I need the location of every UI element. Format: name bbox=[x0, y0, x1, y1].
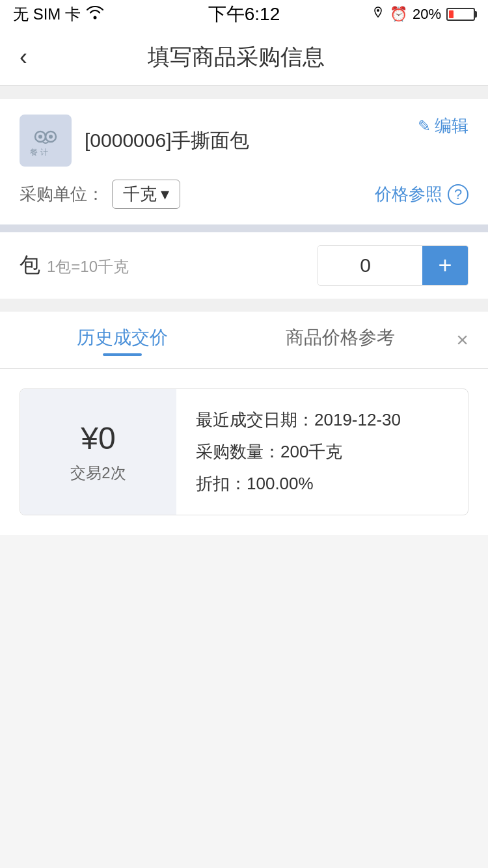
quantity-plus-button[interactable]: + bbox=[422, 246, 468, 285]
product-name: [0000006]手撕面包 bbox=[85, 128, 249, 154]
product-thumb-icon: 餐 计 bbox=[26, 121, 65, 160]
history-left-panel: ¥0 交易2次 bbox=[20, 389, 176, 515]
history-date-value: 2019-12-30 bbox=[314, 410, 401, 429]
svg-text:计: 计 bbox=[40, 148, 48, 157]
qty-unit-text: 包 bbox=[20, 251, 40, 280]
tab-container: 历史成交价 商品价格参考 × ¥0 交易2次 最近成交日期：2019-12-30… bbox=[0, 312, 488, 535]
back-button[interactable]: ‹ bbox=[20, 44, 27, 71]
status-left: 无 SIM 卡 bbox=[13, 4, 104, 25]
quantity-input-group: + bbox=[318, 245, 468, 286]
history-content: ¥0 交易2次 最近成交日期：2019-12-30 采购数量：200千克 折扣：… bbox=[0, 369, 488, 535]
purchase-unit-label: 采购单位： bbox=[20, 183, 104, 206]
product-left: 餐 计 [0000006]手撕面包 bbox=[20, 115, 249, 167]
svg-point-0 bbox=[377, 9, 379, 12]
tab-close-button[interactable]: × bbox=[450, 321, 475, 359]
svg-point-4 bbox=[49, 135, 53, 139]
history-discount-label: 折扣： bbox=[196, 474, 247, 493]
edit-link[interactable]: ✎ 编辑 bbox=[418, 115, 468, 137]
history-discount-value: 100.00% bbox=[247, 474, 314, 493]
quantity-input[interactable] bbox=[318, 246, 422, 285]
history-qty-value: 200千克 bbox=[280, 442, 342, 461]
unit-dropdown[interactable]: 千克 ▾ bbox=[112, 180, 180, 209]
tab-history-price[interactable]: 历史成交价 bbox=[13, 325, 232, 355]
history-discount-item: 折扣：100.00% bbox=[196, 472, 448, 495]
status-time: 下午6:12 bbox=[208, 2, 280, 27]
qty-sub-text: 1包=10千克 bbox=[47, 256, 129, 277]
svg-point-3 bbox=[38, 135, 42, 139]
history-date-label: 最近成交日期： bbox=[196, 410, 314, 429]
alarm-icon: ⏰ bbox=[390, 6, 407, 23]
svg-text:餐: 餐 bbox=[30, 148, 38, 157]
main-background bbox=[0, 535, 488, 868]
tab-product-price-ref[interactable]: 商品价格参考 bbox=[232, 325, 450, 355]
product-card: 餐 计 [0000006]手撕面包 ✎ 编辑 采购单位： 千克 ▾ 价格参照 ? bbox=[0, 99, 488, 224]
history-date-item: 最近成交日期：2019-12-30 bbox=[196, 409, 448, 431]
price-ref-label: 价格参照 bbox=[375, 183, 442, 206]
status-right: ⏰ 20% bbox=[372, 6, 475, 23]
page-title: 填写商品采购信息 bbox=[40, 42, 432, 72]
battery-icon bbox=[446, 8, 475, 21]
history-price-value: ¥0 bbox=[81, 420, 115, 456]
unit-value: 千克 bbox=[123, 183, 157, 206]
history-qty-item: 采购数量：200千克 bbox=[196, 441, 448, 463]
carrier-text: 无 SIM 卡 bbox=[13, 4, 81, 25]
history-card: ¥0 交易2次 最近成交日期：2019-12-30 采购数量：200千克 折扣：… bbox=[20, 388, 468, 515]
purchase-unit: 采购单位： 千克 ▾ bbox=[20, 180, 180, 209]
gray-divider bbox=[0, 224, 488, 232]
product-thumbnail: 餐 计 bbox=[20, 115, 72, 167]
price-ref-link[interactable]: 价格参照 ? bbox=[375, 183, 468, 206]
battery-text: 20% bbox=[413, 6, 441, 23]
product-top-row: 餐 计 [0000006]手撕面包 ✎ 编辑 bbox=[20, 115, 468, 167]
dropdown-arrow-icon: ▾ bbox=[161, 184, 169, 204]
tab-header: 历史成交价 商品价格参考 × bbox=[0, 312, 488, 369]
info-icon: ? bbox=[448, 184, 468, 205]
edit-label: 编辑 bbox=[435, 115, 468, 137]
edit-icon: ✎ bbox=[418, 117, 431, 135]
history-right-panel: 最近成交日期：2019-12-30 采购数量：200千克 折扣：100.00% bbox=[176, 389, 468, 515]
history-qty-label: 采购数量： bbox=[196, 442, 280, 461]
quantity-row: 包 1包=10千克 + bbox=[0, 232, 488, 299]
status-bar: 无 SIM 卡 下午6:12 ⏰ 20% bbox=[0, 0, 488, 29]
quantity-label: 包 1包=10千克 bbox=[20, 251, 129, 280]
product-bottom-row: 采购单位： 千克 ▾ 价格参照 ? bbox=[20, 180, 468, 209]
wifi-icon bbox=[86, 5, 104, 23]
history-trades-count: 交易2次 bbox=[70, 463, 126, 483]
header: ‹ 填写商品采购信息 bbox=[0, 29, 488, 86]
location-icon bbox=[372, 6, 385, 23]
